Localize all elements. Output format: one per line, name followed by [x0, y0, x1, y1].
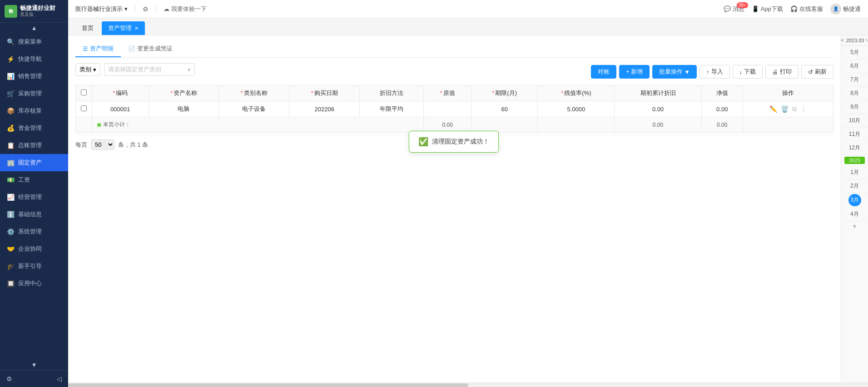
- subtotal-net: 0.00: [701, 117, 743, 133]
- cell-category-0: 电子设备: [219, 101, 289, 117]
- timeline-month-12月[interactable]: 12月: [841, 141, 868, 155]
- main-area: 医疗器械行业演示 ▾ ⚙ ☁ 我要体验一下 💬 消息 99+ 📱 App下载 🎧…: [68, 0, 868, 387]
- per-page-label: 每页: [75, 141, 87, 149]
- timeline-month-11月[interactable]: 11月: [841, 128, 868, 141]
- nav-icon-10: ℹ️: [6, 211, 15, 218]
- cell-original-0: [424, 101, 471, 117]
- sidebar-item-新手引导[interactable]: 🎓新手引导: [0, 258, 68, 275]
- table-header-row: *编码 *资产名称 *类别名称 *购买日期 折旧方法 *原值 *期限(月) *残…: [76, 85, 833, 101]
- header-settings-icon[interactable]: ⚙: [143, 5, 149, 13]
- toolbar-right: 对账 + 新增 批量操作 ▼ ↑ 导入 ↓ 下载: [591, 65, 833, 79]
- experience-button[interactable]: ☁ 我要体验一下: [164, 5, 207, 13]
- sidebar-item-基础信息[interactable]: ℹ️基础信息: [0, 206, 68, 223]
- sidebar-item-企业协同[interactable]: 🤝企业协同: [0, 240, 68, 258]
- category-filter[interactable]: 类别 ▾: [75, 63, 100, 76]
- app-title-group: 畅捷通好业财 普及版: [20, 5, 55, 18]
- download-button[interactable]: ↓ 下载: [733, 65, 763, 79]
- user-menu[interactable]: 👤 畅捷通: [830, 4, 861, 15]
- more-icon-0[interactable]: ⋮: [800, 105, 807, 113]
- sidebar-scroll-up[interactable]: ▲: [30, 24, 38, 32]
- content-area: ☰ 资产明细 📄 变更生成凭证 类别 ▾ 请选择固定资产类别: [68, 35, 868, 382]
- delete-icon-0[interactable]: 🗑️: [781, 105, 789, 113]
- top-header: 医疗器械行业演示 ▾ ⚙ ☁ 我要体验一下 💬 消息 99+ 📱 App下载 🎧…: [68, 0, 868, 18]
- message-button[interactable]: 💬 消息 99+: [724, 5, 744, 13]
- sidebar-item-工资[interactable]: 💵工资: [0, 171, 68, 189]
- per-page-select[interactable]: 50 100 200: [91, 139, 114, 150]
- category-input[interactable]: 请选择固定资产类别 ▾: [104, 63, 195, 76]
- timeline-month-5月[interactable]: 5月: [841, 46, 868, 60]
- timeline-current-year[interactable]: 2023: [841, 155, 868, 166]
- timeline-month-4月[interactable]: 4月: [841, 208, 868, 221]
- horizontal-scrollbar[interactable]: [68, 382, 868, 387]
- sidebar-item-资金管理[interactable]: 💰资金管理: [0, 119, 68, 137]
- sidebar-item-销售管理[interactable]: 📊销售管理: [0, 68, 68, 85]
- sidebar-item-系统管理[interactable]: ⚙️系统管理: [0, 223, 68, 240]
- header-divider-2: [156, 5, 156, 13]
- collapse-icon[interactable]: ◁: [57, 375, 62, 382]
- row-checkbox-cell: [76, 101, 92, 117]
- timeline-expand-icon[interactable]: ⤡: [865, 37, 868, 44]
- experience-label: 我要体验一下: [171, 5, 207, 13]
- sub-tab-asset-detail[interactable]: ☰ 资产明细: [75, 41, 121, 57]
- nav-icon-1: ⚡: [6, 55, 15, 63]
- cell-code-0: 000001: [92, 101, 149, 117]
- timeline-month-7月[interactable]: 7月: [841, 73, 868, 87]
- nav-icon-5: 💰: [6, 124, 15, 132]
- table-row: 000001 电脑 电子设备 202206 年限平均 60 5.0000 0.0…: [76, 101, 833, 117]
- print-button[interactable]: 🖨 打印: [765, 65, 799, 79]
- refresh-button[interactable]: ↺ 刷新: [801, 65, 833, 79]
- timeline-month-6月[interactable]: 6月: [841, 60, 868, 73]
- sub-tabs: ☰ 资产明细 📄 变更生成凭证: [75, 41, 833, 58]
- sidebar-item-快捷导航[interactable]: ⚡快捷导航: [0, 50, 68, 68]
- batch-button[interactable]: 批量操作 ▼: [652, 65, 697, 79]
- edit-icon-0[interactable]: ✏️: [769, 105, 777, 113]
- timeline-month-1月[interactable]: 1月: [841, 166, 868, 179]
- header-category: *类别名称: [219, 85, 289, 101]
- timeline-year-label: 2023.03: [846, 38, 864, 43]
- header-code: *编码: [92, 85, 149, 101]
- timeline-month-10月[interactable]: 10月: [841, 114, 868, 128]
- service-icon: 🎧: [790, 5, 798, 12]
- reconcile-button[interactable]: 对账: [591, 65, 616, 79]
- select-all-checkbox[interactable]: [81, 89, 87, 95]
- sub-tab-voucher[interactable]: 📄 变更生成凭证: [121, 41, 180, 57]
- service-button[interactable]: 🎧 在线客服: [790, 5, 823, 13]
- sidebar-item-搜索菜单[interactable]: 🔍搜索菜单: [0, 33, 68, 50]
- sidebar-item-库存核算[interactable]: 📦库存核算: [0, 102, 68, 119]
- tab-close-icon[interactable]: ✕: [134, 25, 139, 31]
- download-label: App下载: [761, 5, 783, 13]
- download-button[interactable]: 📱 App下载: [752, 5, 783, 13]
- download-icon-btn: ↓: [739, 69, 743, 75]
- header-net-value: 净值: [701, 85, 743, 101]
- sidebar-item-固定资产[interactable]: 🏢固定资产: [0, 154, 68, 171]
- timeline-month-2月[interactable]: 2月: [841, 179, 868, 193]
- user-label: 畅捷通: [843, 5, 861, 13]
- subtotal-original: 0.00: [424, 117, 471, 133]
- nav-icon-2: 📊: [6, 73, 15, 80]
- tab-home[interactable]: 首页: [75, 21, 100, 35]
- settings-footer-icon[interactable]: ⚙: [6, 375, 12, 382]
- timeline-expand-bottom[interactable]: ▼: [841, 221, 868, 232]
- copy-icon-0[interactable]: ⧉: [792, 105, 797, 113]
- nav-icon-0: 🔍: [6, 38, 15, 45]
- timeline-month-3月[interactable]: 3月: [848, 194, 861, 207]
- success-toast: ✅ 清理固定资产成功！: [409, 131, 499, 153]
- timeline-month-9月[interactable]: 9月: [841, 100, 868, 114]
- sidebar-item-应用中心[interactable]: 🔲应用中心: [0, 275, 68, 292]
- timeline-close-icon[interactable]: ✕: [841, 37, 844, 44]
- import-button[interactable]: ↑ 导入: [699, 65, 730, 79]
- new-button[interactable]: + 新增: [619, 65, 650, 79]
- sidebar-item-总账管理[interactable]: 📋总账管理: [0, 137, 68, 154]
- header-checkbox-cell: [76, 85, 92, 101]
- timeline-month-8月[interactable]: 8月: [841, 87, 868, 100]
- sidebar-scroll-down[interactable]: ▼: [30, 361, 38, 369]
- timeline-header: ✕ 2023.03 ⤡: [841, 35, 868, 46]
- sidebar-item-采购管理[interactable]: 🛒采购管理: [0, 85, 68, 102]
- tab-asset-management[interactable]: 资产管理 ✕: [102, 21, 145, 35]
- sidebar-nav: 🔍搜索菜单⚡快捷导航📊销售管理🛒采购管理📦库存核算💰资金管理📋总账管理🏢固定资产…: [0, 33, 68, 360]
- asset-table: *编码 *资产名称 *类别名称 *购买日期 折旧方法 *原值 *期限(月) *残…: [75, 85, 833, 133]
- company-selector[interactable]: 医疗器械行业演示 ▾: [75, 5, 128, 13]
- nav-icon-4: 📦: [6, 107, 15, 114]
- row-checkbox-0[interactable]: [81, 105, 87, 111]
- sidebar-item-经营管理[interactable]: 📈经营管理: [0, 189, 68, 206]
